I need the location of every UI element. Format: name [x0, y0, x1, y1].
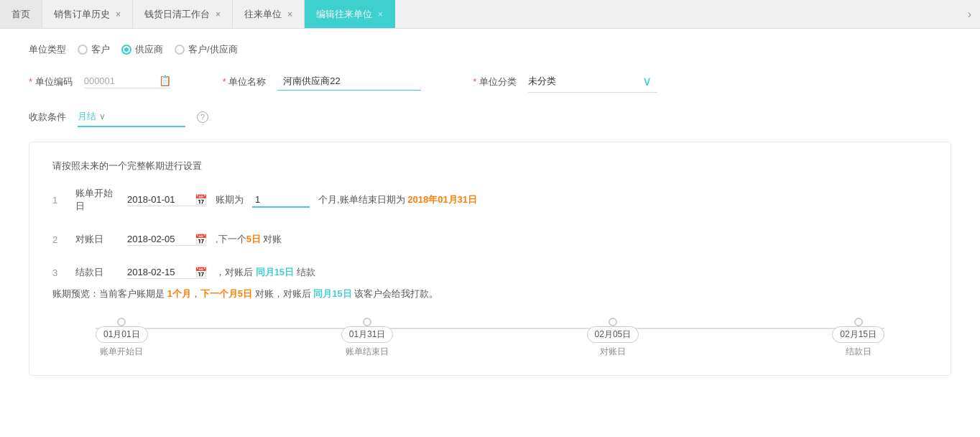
timeline-node-2: 01月31日 账单结束日 [341, 318, 394, 358]
tab-home[interactable]: 首页 [0, 0, 42, 28]
row-3-field: 结款日 [75, 266, 119, 279]
timeline-label-3: 02月05日 [587, 326, 639, 343]
section-title: 请按照未来的一个完整帐期进行设置 [52, 160, 928, 172]
row-2-desc: ,下一个5日 对账 [216, 233, 282, 246]
radio-group-unit-type: 客户 供应商 客户/供应商 [78, 43, 238, 56]
tab-partner-close[interactable]: × [287, 9, 292, 19]
basic-info-row: 单位编码 📋 单位名称 单位分类 未分类 ∨ [29, 70, 951, 93]
radio-supplier-circle [121, 45, 131, 55]
tab-bar: 首页 销售订单历史 × 钱货日清工作台 × 往来单位 × 编辑往来单位 × › [0, 0, 980, 29]
timeline-dot-1 [117, 318, 126, 326]
name-label: 单位名称 [223, 75, 267, 88]
row-1-field: 账单开始日 [75, 187, 119, 213]
preview-part1: 1个月 [167, 288, 191, 299]
row-3-calendar-icon[interactable]: 📅 [195, 267, 207, 278]
row-1-desc-after: 个月,账单结束日期为 2018年01月31日 [318, 193, 477, 206]
timeline-label-2: 01月31日 [341, 326, 394, 343]
row-2-num: 2 [52, 234, 67, 245]
preview-sep2: 对账，对账后 [252, 288, 313, 299]
row-1-date-wrap: 📅 [127, 194, 207, 206]
row-2-date-input[interactable] [127, 234, 192, 244]
tab-sales-history[interactable]: 销售订单历史 × [42, 0, 133, 28]
code-icon[interactable]: 📋 [159, 75, 171, 86]
radio-supplier-label: 供应商 [135, 43, 163, 56]
tab-partner-label: 往来单位 [244, 8, 282, 21]
tab-edit-partner[interactable]: 编辑往来单位 × [305, 0, 395, 28]
tab-sales-label: 销售订单历史 [54, 8, 110, 21]
tab-cash-close[interactable]: × [216, 9, 221, 19]
data-row-2: 2 对账日 📅 ,下一个5日 对账 [52, 233, 928, 246]
category-label: 单位分类 [473, 75, 517, 88]
timeline-dot-3 [609, 318, 617, 326]
radio-both[interactable]: 客户/供应商 [175, 43, 238, 56]
data-row-1: 1 账单开始日 📅 账期为 个月,账单结束日期为 2018年01月31日 [52, 187, 928, 213]
radio-customer[interactable]: 客户 [78, 43, 110, 56]
payment-select[interactable]: 月结 ∨ [78, 107, 185, 127]
preview-sep1: ， [191, 288, 200, 299]
category-value: 未分类 [528, 75, 556, 88]
timeline-node-4: 02月15日 结款日 [832, 318, 884, 358]
row-1-desc-before: 账期为 [216, 193, 244, 206]
category-chevron-icon: ∨ [642, 73, 652, 89]
row-3-highlight: 同月15日 [256, 267, 294, 277]
row-2-field: 对账日 [75, 233, 119, 246]
code-input[interactable] [84, 75, 156, 86]
radio-customer-circle [78, 45, 88, 55]
tab-cash-work[interactable]: 钱货日清工作台 × [133, 0, 233, 28]
timeline-node-3: 02月05日 对账日 [587, 318, 639, 358]
tab-sales-close[interactable]: × [116, 9, 121, 19]
row-2-highlight: 5日 [246, 234, 261, 244]
radio-both-label: 客户/供应商 [188, 43, 238, 56]
payment-row: 收款条件 月结 ∨ ? [29, 107, 951, 127]
row-3-date-input[interactable] [127, 267, 192, 277]
radio-both-circle [175, 45, 185, 55]
preview-part2: 下一个月5日 [200, 288, 252, 299]
timeline-node-1: 01月01日 账单开始日 [96, 318, 148, 358]
category-select[interactable]: 未分类 ∨ [528, 70, 657, 93]
tab-cash-label: 钱货日清工作台 [144, 8, 210, 21]
tab-home-label: 首页 [11, 8, 30, 21]
timeline-caption-1: 账单开始日 [100, 346, 143, 358]
row-3-num: 3 [52, 267, 67, 278]
preview-suffix: 该客户会给我打款。 [352, 288, 439, 299]
settings-section: 请按照未来的一个完整帐期进行设置 1 账单开始日 📅 账期为 个月,账单结束日期… [29, 142, 951, 376]
timeline-nodes: 01月01日 账单开始日 01月31日 账单结束日 02月05日 对账日 [96, 318, 884, 358]
row-1-date-input[interactable] [127, 194, 192, 205]
payment-value: 月结 [78, 110, 96, 123]
timeline-caption-3: 对账日 [600, 346, 626, 358]
tab-edit-partner-close[interactable]: × [378, 9, 383, 19]
preview-part3: 同月15日 [313, 288, 351, 299]
payment-chevron-icon: ∨ [99, 111, 106, 121]
timeline-dot-4 [854, 318, 863, 326]
name-input[interactable] [277, 73, 421, 91]
row-1-period-input[interactable] [252, 193, 310, 208]
main-content: 单位类型 客户 供应商 客户/供应商 单位编码 📋 单位名称 单 [0, 29, 980, 437]
code-label: 单位编码 [29, 75, 73, 88]
row-2-date-wrap: 📅 [127, 234, 207, 246]
tab-expand-btn[interactable]: › [959, 0, 980, 28]
row-3-date-wrap: 📅 [127, 267, 207, 279]
row-3-desc: ，对账后 同月15日 结款 [216, 266, 315, 279]
tab-partner[interactable]: 往来单位 × [233, 0, 305, 28]
timeline-caption-2: 账单结束日 [346, 346, 389, 358]
row-1-num: 1 [52, 195, 67, 206]
tab-edit-partner-label: 编辑往来单位 [316, 8, 372, 21]
row-2-calendar-icon[interactable]: 📅 [195, 234, 207, 245]
timeline-label-1: 01月01日 [96, 326, 148, 343]
timeline: 01月01日 账单开始日 01月31日 账单结束日 02月05日 对账日 [52, 318, 928, 358]
unit-type-label: 单位类型 [29, 43, 66, 56]
code-input-wrap: 📋 [84, 75, 171, 88]
row-1-highlight: 2018年01月31日 [407, 194, 477, 205]
timeline-caption-4: 结款日 [846, 346, 872, 358]
data-row-3: 3 结款日 📅 ，对账后 同月15日 结款 [52, 266, 928, 279]
preview-label: 账期预览：当前客户账期是 [52, 288, 167, 299]
preview-row: 账期预览：当前客户账期是 1个月，下一个月5日 对账，对账后 同月15日 该客户… [52, 288, 928, 300]
radio-customer-label: 客户 [91, 43, 110, 56]
payment-help-icon[interactable]: ? [197, 111, 208, 123]
row-1-calendar-icon[interactable]: 📅 [195, 194, 207, 206]
radio-supplier[interactable]: 供应商 [121, 43, 163, 56]
timeline-label-4: 02月15日 [832, 326, 884, 343]
timeline-dot-2 [363, 318, 371, 326]
unit-type-row: 单位类型 客户 供应商 客户/供应商 [29, 43, 951, 56]
payment-label: 收款条件 [29, 111, 66, 124]
